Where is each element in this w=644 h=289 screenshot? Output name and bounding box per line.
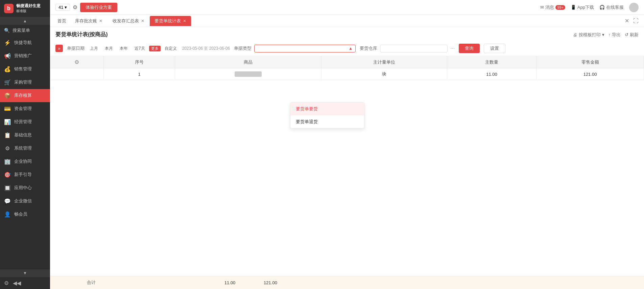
prev-month-btn[interactable]: 上月 <box>87 45 101 52</box>
tabs-right: ✕ ⛶ <box>623 17 640 25</box>
sidebar-settings-icon[interactable]: ⚙ <box>4 280 9 286</box>
print-chevron-icon: ▾ <box>602 32 604 37</box>
type-dropdown-up-icon[interactable]: ▲ <box>349 46 353 51</box>
message-icon: ✉ <box>540 5 544 10</box>
tabs-bar: 首页 库存批次账 ✕ 收发存汇总表 ✕ 要货单统计表 ✕ ✕ ⛶ <box>50 15 644 27</box>
row-settings-cell <box>50 68 104 80</box>
message-label: 消息 <box>545 4 554 10</box>
type-input-wrap: ▲ <box>254 45 356 52</box>
export-action[interactable]: ↑ 导出 <box>609 32 621 38</box>
sidebar-scroll-down[interactable]: ▼ <box>0 269 50 277</box>
sidebar-item-basic[interactable]: 📋 基础信息 <box>0 129 50 142</box>
row-unit-cell: 块 <box>321 68 447 80</box>
tab-shipment-summary-close[interactable]: ✕ <box>141 19 144 23</box>
app-logo: b 畅捷通好生意 标准版 <box>0 0 50 17</box>
chevron-down-icon: ▾ <box>65 5 67 10</box>
row-amount-cell: 121.00 <box>536 68 644 80</box>
refresh-action[interactable]: ↺ 刷新 <box>625 32 639 38</box>
topbar-gear-icon[interactable]: ⚙ <box>73 4 77 10</box>
dropdown-item-order-goods[interactable]: 要货单要货 <box>290 103 364 115</box>
type-input[interactable] <box>257 46 349 51</box>
sidebar-item-label: 基础信息 <box>14 132 32 138</box>
table-wrap: ⚙ 序号 商品 主计量单位 主数量 零售金额 1 <box>50 56 644 276</box>
dropdown-overlay: 要货单要货 要货单退货 <box>50 56 644 276</box>
online-service-item[interactable]: 🎧 在线客服 <box>599 4 624 10</box>
warehouse-input-wrap <box>380 45 448 52</box>
row-goods-cell <box>175 68 321 80</box>
sidebar-item-marketing[interactable]: 📢 营销推广 <box>0 49 50 63</box>
topbar: 41 ▾ ⚙ 体验行业方案 ✉ 消息 99+ 📱 App下载 🎧 在线客服 <box>50 0 644 15</box>
sidebar-item-wechat[interactable]: 💬 企业微信 <box>0 195 50 208</box>
col-goods-header: 商品 <box>175 56 321 68</box>
online-service-label: 在线客服 <box>606 4 624 10</box>
dropdown-item-order-return[interactable]: 要货单退货 <box>290 115 364 128</box>
tab-batch-stock-close[interactable]: ✕ <box>99 19 102 23</box>
tab-close-all-btn[interactable]: ✕ <box>623 17 630 25</box>
sidebar-item-guide[interactable]: 🎯 新手引导 <box>0 168 50 181</box>
avatar[interactable] <box>629 3 639 12</box>
app-name: 畅捷通好生意 <box>16 3 41 9</box>
company-selector[interactable]: 41 ▾ <box>55 4 70 11</box>
sidebar-nav: ⚡ 快捷导航 📢 营销推广 💰 销售管理 🛒 采购管理 📦 库存核算 💳 资金管… <box>0 36 50 269</box>
member-icon: 👤 <box>4 211 11 218</box>
col-qty-header: 主数量 <box>447 56 536 68</box>
company-selector-text: 41 <box>58 5 63 10</box>
7days-btn[interactable]: 近7天 <box>132 45 148 52</box>
filter-expand-btn[interactable]: » <box>55 45 63 52</box>
sidebar-item-member[interactable]: 👤 畅会员 <box>0 208 50 221</box>
sidebar-item-system[interactable]: ⚙ 系统管理 <box>0 142 50 155</box>
sidebar-item-app-center[interactable]: 🔲 应用中心 <box>0 181 50 195</box>
app-center-icon: 🔲 <box>4 185 11 191</box>
more-btn[interactable]: 更多 <box>149 46 161 51</box>
sidebar-item-quick-nav[interactable]: ⚡ 快捷导航 <box>0 36 50 49</box>
row-no-cell: 1 <box>104 68 175 80</box>
print-label: 按模板打印 <box>579 32 601 38</box>
query-btn[interactable]: 查询 <box>459 44 480 53</box>
topbar-right: ✉ 消息 99+ 📱 App下载 🎧 在线客服 <box>540 3 639 12</box>
sidebar-search[interactable]: 🔍 搜索菜单 <box>0 25 50 36</box>
warehouse-more-icon[interactable]: ··· <box>450 45 455 51</box>
set-btn[interactable]: 设置 <box>484 44 505 53</box>
tab-order-stats[interactable]: 要货单统计表 ✕ <box>150 16 191 26</box>
type-dropdown-menu: 要货单要货 要货单退货 <box>290 102 364 129</box>
trial-btn[interactable]: 体验行业方案 <box>80 3 117 12</box>
sidebar-item-inventory[interactable]: 📦 库存核算 <box>0 89 50 102</box>
sidebar-item-label: 库存核算 <box>14 92 32 98</box>
sidebar-item-enterprise[interactable]: 🏢 企业协同 <box>0 155 50 168</box>
cur-year-btn[interactable]: 本年 <box>117 45 130 52</box>
sidebar-item-label: 资金管理 <box>14 106 32 112</box>
sidebar-item-label: 经营管理 <box>14 119 32 125</box>
cur-month-btn[interactable]: 本月 <box>102 45 116 52</box>
sidebar-scroll-up[interactable]: ▲ <box>0 17 50 25</box>
operations-icon: 📊 <box>4 119 11 125</box>
table-settings-icon[interactable]: ⚙ <box>74 59 79 65</box>
tab-home[interactable]: 首页 <box>54 16 70 26</box>
enterprise-icon: 🏢 <box>4 158 11 165</box>
tab-maximize-btn[interactable]: ⛶ <box>632 17 640 25</box>
page-title: 要货单统计表(按商品) <box>55 31 108 38</box>
sidebar-item-operations[interactable]: 📊 经营管理 <box>0 115 50 129</box>
tab-order-stats-close[interactable]: ✕ <box>183 19 186 23</box>
sales-icon: 💰 <box>4 66 11 72</box>
message-item[interactable]: ✉ 消息 99+ <box>540 4 565 10</box>
col-no-header: 序号 <box>104 56 175 68</box>
sidebar-item-finance[interactable]: 💳 资金管理 <box>0 102 50 115</box>
warehouse-input[interactable] <box>383 46 445 51</box>
sidebar-item-purchase[interactable]: 🛒 采购管理 <box>0 76 50 89</box>
row-qty-cell: 11.00 <box>447 68 536 80</box>
export-label: 导出 <box>612 32 621 38</box>
sidebar-collapse-icon[interactable]: ◀◀ <box>13 280 21 286</box>
quick-nav-icon: ⚡ <box>4 40 11 46</box>
inventory-icon: 📦 <box>4 92 11 99</box>
search-icon: 🔍 <box>4 28 10 33</box>
custom-btn[interactable]: 自定义 <box>162 45 180 52</box>
sidebar-item-sales[interactable]: 💰 销售管理 <box>0 63 50 76</box>
footer-total-label: 合计 <box>54 280 128 286</box>
tab-shipment-summary[interactable]: 收发存汇总表 ✕ <box>108 16 149 26</box>
warehouse-filter-group: 要货仓库 ··· <box>360 45 455 52</box>
tab-batch-stock[interactable]: 库存批次账 ✕ <box>70 16 107 26</box>
print-action[interactable]: 🖨 按模板打印 ▾ <box>573 32 604 38</box>
wechat-icon: 💬 <box>4 198 11 204</box>
goods-blurred <box>235 71 262 77</box>
app-download-item[interactable]: 📱 App下载 <box>571 4 594 10</box>
